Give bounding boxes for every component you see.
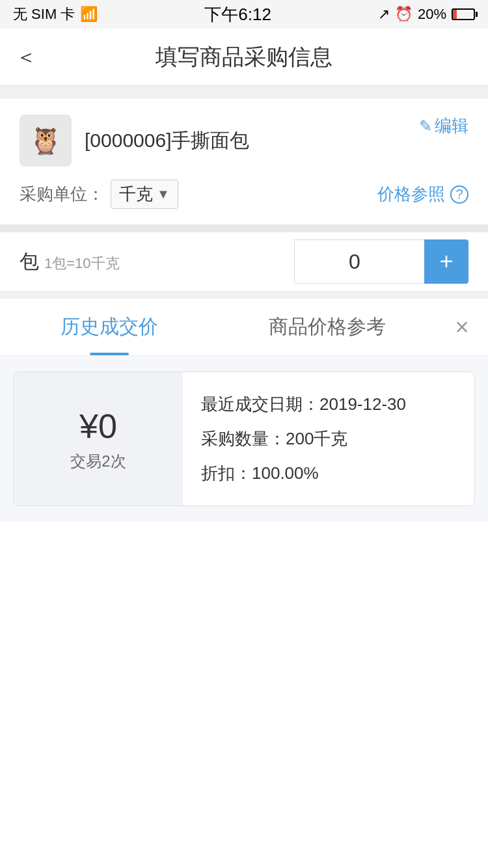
battery-percent: 20%	[418, 6, 446, 23]
status-bar: 无 SIM 卡 📶 下午6:12 ↗ ⏰ 20%	[0, 0, 488, 29]
product-header: 🦉 [0000006]手撕面包 ✎ 编辑	[20, 115, 468, 167]
tab-product-label: 商品价格参考	[269, 314, 386, 340]
price-card: ¥0 交易2次 最近成交日期：2019-12-30 采购数量：200千克 折扣：…	[13, 372, 475, 506]
tab-history-price[interactable]: 历史成交价	[0, 299, 218, 355]
price-detail-quantity: 采购数量：200千克	[201, 426, 456, 452]
edit-icon: ✎	[419, 117, 432, 135]
product-logo-icon: 🦉	[29, 126, 62, 156]
alarm-icon: ⏰	[395, 6, 413, 23]
nav-bar: ＜ 填写商品采购信息	[0, 29, 488, 86]
wifi-icon: 📶	[80, 6, 98, 23]
price-trades: 交易2次	[70, 451, 126, 472]
quantity-purchase-value: 200千克	[286, 429, 347, 448]
tab-product-price[interactable]: 商品价格参考	[218, 299, 436, 355]
help-icon: ?	[450, 185, 468, 204]
quantity-purchase-label: 采购数量：	[201, 429, 286, 448]
tab-history-label: 历史成交价	[61, 314, 158, 340]
discount-label: 折扣：	[201, 463, 252, 483]
tab-active-indicator	[90, 353, 129, 355]
quantity-label: 包 1包=10千克	[20, 249, 120, 275]
back-button[interactable]: ＜	[16, 43, 36, 72]
quantity-input-group: +	[294, 239, 468, 284]
quantity-note: 1包=10千克	[44, 254, 120, 273]
unit-label: 采购单位：	[20, 183, 104, 206]
discount-value: 100.00%	[252, 463, 319, 483]
page-title: 填写商品采购信息	[156, 42, 332, 72]
product-thumbnail: 🦉	[20, 115, 72, 167]
dropdown-arrow-icon: ▼	[157, 187, 170, 202]
product-left: 🦉 [0000006]手撕面包	[20, 115, 249, 167]
product-card: 🦉 [0000006]手撕面包 ✎ 编辑 采购单位： 千克 ▼ 价格参照 ?	[0, 99, 488, 224]
unit-selector-group: 采购单位： 千克 ▼	[20, 180, 178, 209]
status-right: ↗ ⏰ 20%	[378, 6, 475, 23]
bottom-space	[0, 522, 488, 868]
quantity-input[interactable]	[294, 239, 424, 284]
help-icon-text: ?	[455, 187, 463, 202]
price-detail-discount: 折扣：100.00%	[201, 461, 456, 486]
sim-signal: 无 SIM 卡	[13, 5, 75, 24]
price-right-panel: 最近成交日期：2019-12-30 采购数量：200千克 折扣：100.00%	[183, 372, 474, 506]
location-icon: ↗	[378, 6, 390, 23]
price-left-panel: ¥0 交易2次	[14, 372, 183, 506]
recent-date-value: 2019-12-30	[319, 394, 406, 414]
quantity-row: 包 1包=10千克 +	[0, 232, 488, 291]
unit-value: 千克	[119, 183, 153, 206]
edit-label: 编辑	[435, 115, 468, 137]
tab-close-button[interactable]: ×	[436, 299, 488, 355]
price-ref-button[interactable]: 价格参照 ?	[377, 183, 468, 206]
status-time: 下午6:12	[204, 3, 271, 26]
edit-button[interactable]: ✎ 编辑	[419, 115, 468, 137]
tab-panel: 历史成交价 商品价格参考 × ¥0 交易2次 最近成交日期：2019-12-30…	[0, 299, 488, 522]
status-left: 无 SIM 卡 📶	[13, 5, 98, 24]
price-amount: ¥0	[79, 407, 117, 446]
price-ref-label: 价格参照	[377, 183, 445, 206]
unit-select[interactable]: 千克 ▼	[111, 180, 178, 209]
battery-icon	[452, 8, 475, 20]
quantity-plus-button[interactable]: +	[424, 239, 468, 284]
product-name: [0000006]手撕面包	[85, 128, 249, 154]
recent-date-label: 最近成交日期：	[201, 394, 319, 414]
tab-header: 历史成交价 商品价格参考 ×	[0, 299, 488, 356]
quantity-unit: 包	[20, 249, 39, 275]
product-unit-row: 采购单位： 千克 ▼ 价格参照 ?	[20, 180, 468, 209]
price-detail-date: 最近成交日期：2019-12-30	[201, 392, 456, 417]
section-divider	[0, 224, 488, 232]
price-card-area: ¥0 交易2次 最近成交日期：2019-12-30 采购数量：200千克 折扣：…	[0, 356, 488, 522]
